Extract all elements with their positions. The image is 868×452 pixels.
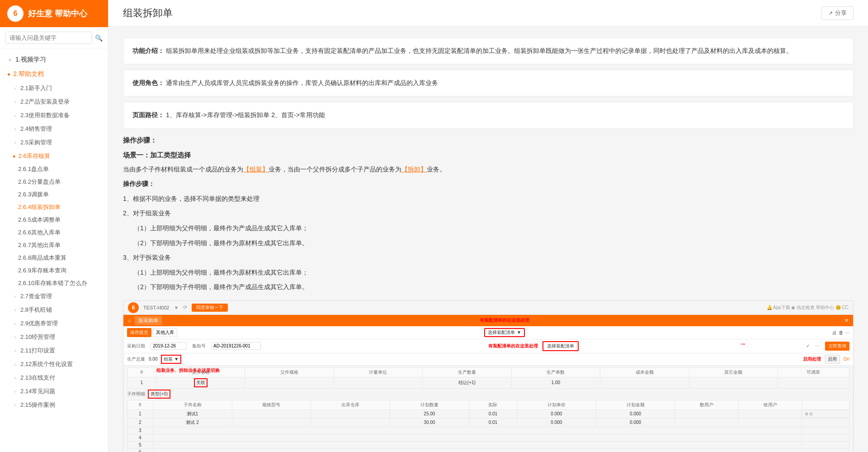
sidebar-item-261[interactable]: 2.6.1盘点单 xyxy=(0,163,108,176)
mock-save-btn[interactable]: 保存提交 xyxy=(127,328,151,337)
sidebar-item-262[interactable]: 2.6.2分量盘点单 xyxy=(0,176,108,188)
minus-icon-inventory: ● xyxy=(13,153,16,159)
mock-td2-2-5: 30.00 xyxy=(390,418,469,427)
sidebar-item-268[interactable]: 2.6.8商品成本重算 xyxy=(0,252,108,264)
mock-table2-header-row: 子件明细 类型(+0) xyxy=(127,390,849,399)
sidebar-item-269[interactable]: 2.6.9库存账本查询 xyxy=(0,264,108,277)
plus-icon-capital: ＋ xyxy=(13,293,18,300)
mock-select-bom-btn[interactable]: 选择装配清单 xyxy=(542,341,579,351)
sidebar-item-cases[interactable]: ＋ 2.15操作案例 xyxy=(0,398,108,412)
mock-td2-6-1: 6 xyxy=(127,448,153,452)
share-button[interactable]: ↗ 分享 xyxy=(821,6,854,20)
mock-td2-1-9 xyxy=(675,409,738,418)
mock-th-type-value: 类型(+0) xyxy=(151,391,168,396)
sidebar-item-inventory[interactable]: ● 2.6库存核算 xyxy=(0,149,108,163)
share-icon: ↗ xyxy=(828,10,833,16)
mock-more2-icon[interactable]: ⋯ xyxy=(815,343,820,348)
mock-th2-spec: 规格型号 xyxy=(232,400,311,409)
mock-table2: # 子件名称 规格型号 出库仓库 计划数量 实际 计划单价 计划金额 数用户 收… xyxy=(127,400,849,452)
sidebar-item-sales[interactable]: ＋ 2.4销售管理 xyxy=(0,122,108,136)
sidebar-item-266[interactable]: 2.6.6其他入库单 xyxy=(0,226,108,239)
logo-text: 好生意 帮助中心 xyxy=(28,8,87,19)
sidebar-item-install[interactable]: ＋ 2.2产品安装及登录 xyxy=(0,95,108,109)
mock-th2-plan-price: 计划单价 xyxy=(517,400,596,409)
mock-print-icon[interactable]: 🖨 xyxy=(832,330,837,335)
mock-th-unit: 计量单位 xyxy=(334,367,422,377)
mock-td2-2-4 xyxy=(311,418,390,427)
mock-type-selector[interactable]: 选择装配清单 ▼ xyxy=(484,328,525,337)
sidebar-item-dataprep[interactable]: ＋ 2.3使用前数据准备 xyxy=(0,109,108,122)
mock-th-num: # xyxy=(127,367,156,377)
plus-icon-mobile: ＋ xyxy=(13,307,18,314)
role-card: 使用角色： 通常由生产人员或库管人员完成拆装业务的操作，库管人员确认原材料的出库… xyxy=(123,70,854,96)
mock-date-input[interactable] xyxy=(151,342,187,350)
mock-enable-btn[interactable]: 启用 xyxy=(825,355,840,364)
app-logo-icon: 6 xyxy=(128,302,139,313)
path-card: 页面路径： 1、库存核算->库存管理->组装拆卸单 2、首页->常用功能 xyxy=(123,102,854,128)
mock-close-icon[interactable]: ✕ xyxy=(844,318,849,324)
mock-td-name-highlight[interactable]: 关联 xyxy=(194,378,208,387)
app-action-btn[interactable]: 同意审核一下 xyxy=(192,304,228,312)
plus-icon-cases: ＋ xyxy=(13,402,18,409)
path-label: 页面路径： xyxy=(132,111,164,119)
mock-td2-3-2 xyxy=(153,427,802,434)
mock-th-prod-count: 生产单数 xyxy=(511,367,600,377)
sidebar-item-capital[interactable]: ＋ 2.7资金管理 xyxy=(0,290,108,303)
sidebar-item-print[interactable]: ＋ 2.11打印设置 xyxy=(0,344,108,357)
sidebar-item-payment[interactable]: ＋ 2.13在线支付 xyxy=(0,371,108,385)
sidebar-item-2610[interactable]: 2.6.10库存账本错了怎么办 xyxy=(0,277,108,290)
sidebar-item-docs[interactable]: ● 2.帮助文档 xyxy=(0,67,108,81)
mock-apply-btn[interactable]: 立即查询 xyxy=(825,342,849,351)
sidebar-item-263[interactable]: 2.6.3调拨单 xyxy=(0,188,108,201)
mock-td-1-8 xyxy=(689,377,778,388)
mock-type-btn[interactable]: 组装 ▼ xyxy=(161,355,181,364)
sidebar-item-newcomer[interactable]: ＋ 2.1新手入门 xyxy=(0,81,108,95)
sidebar-item-mgmt[interactable]: ＋ 2.10经营管理 xyxy=(0,330,108,344)
sidebar-item-265[interactable]: 2.6.5成本调整单 xyxy=(0,214,108,226)
main-content: 组装拆卸单 ↗ 分享 功能介绍： 组装拆卸单用来处理企业组装或拆卸等加工业务，支… xyxy=(108,0,868,452)
mock-confirm-icon[interactable]: ✓ xyxy=(806,343,810,348)
mock-order-input[interactable] xyxy=(211,342,261,350)
mock-td2-1-11: ⊕ ⊘ xyxy=(802,410,849,418)
mock-home-icon[interactable]: ⌂ xyxy=(128,318,131,323)
mock-new-tab[interactable]: 新采购单 xyxy=(135,316,162,325)
search-input[interactable] xyxy=(5,32,92,44)
steps-title: 操作步骤： xyxy=(123,178,854,190)
mock-td2-1-1: 1 xyxy=(127,409,153,418)
mock-process-label: On xyxy=(844,357,849,362)
app-id: TEST-H002 xyxy=(143,305,169,310)
mock-th2-warehouse: 出库仓库 xyxy=(311,400,390,409)
mock-type-dropdown-icon: ▼ xyxy=(517,330,521,335)
app-dropdown-icon[interactable]: ▼ xyxy=(174,305,179,310)
mock-more-icon[interactable]: ··· xyxy=(845,330,849,335)
mock-other-btn[interactable]: 其他入库 xyxy=(153,328,177,337)
step-1: 1、根据不同的业务，选择不同单据的类型来处理 xyxy=(123,193,854,205)
mock-td2-2-10 xyxy=(738,418,802,427)
plus-icon-print: ＋ xyxy=(13,347,18,354)
row-delete-icon[interactable]: ⊘ xyxy=(809,411,813,416)
link-assembly[interactable]: 【组装】 xyxy=(243,166,269,173)
link-disassembly[interactable]: 【拆卸】 xyxy=(401,166,427,173)
mock-td2-4-3 xyxy=(802,434,849,441)
sidebar-item-video[interactable]: ＋ 1.视频学习 xyxy=(0,52,108,67)
mock-date-label: 采购日期 xyxy=(127,343,145,349)
mock-delete-icon[interactable]: 🗑 xyxy=(839,330,844,335)
sidebar-item-faq[interactable]: ＋ 2.14常见问题 xyxy=(0,385,108,398)
mock-th-type-selector[interactable]: 类型(+0) xyxy=(148,390,170,399)
sidebar-item-264[interactable]: 2.6.4组装拆卸单 xyxy=(0,201,108,214)
step-3-1: （1）上部明细为父件明细，最终作为原材料生成其它出库单； xyxy=(123,266,854,279)
docs-sub-items: ＋ 2.1新手入门 ＋ 2.2产品安装及登录 ＋ 2.3使用前数据准备 ＋ 2.… xyxy=(0,81,108,412)
app-refresh-icon[interactable]: ⟳ xyxy=(183,305,187,310)
mock-td2-2-6: 0.01 xyxy=(469,418,517,427)
mock-th2-plan-amt: 计划金额 xyxy=(596,400,675,409)
sidebar-item-mobile[interactable]: ＋ 2.8手机旺铺 xyxy=(0,303,108,317)
sidebar-item-purchase[interactable]: ＋ 2.5采购管理 xyxy=(0,136,108,149)
mock-td-1-2: 关联 xyxy=(156,377,245,388)
search-icon[interactable]: 🔍 xyxy=(95,34,103,42)
row-copy-icon[interactable]: ⊕ xyxy=(805,411,808,416)
mock-td-1-4 xyxy=(334,377,422,388)
sidebar-item-coupon[interactable]: ＋ 2.9优惠券管理 xyxy=(0,317,108,330)
plus-icon-system: ＋ xyxy=(13,361,18,368)
sidebar-item-system[interactable]: ＋ 2.12系统个性化设置 xyxy=(0,357,108,371)
sidebar-item-267[interactable]: 2.6.7其他出库单 xyxy=(0,239,108,252)
